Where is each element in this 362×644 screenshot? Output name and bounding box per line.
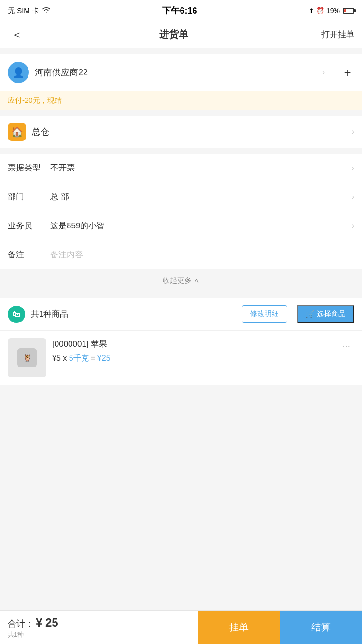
total-amount: ¥ 25	[36, 616, 58, 630]
chevron-right-icon: ›	[352, 164, 354, 172]
warehouse-icon: 🏠	[8, 123, 26, 141]
quantity: 5千克	[69, 354, 89, 362]
status-carrier: 无 SIM 卡	[8, 6, 51, 15]
product-icon: 🛍	[8, 306, 25, 323]
battery-text: 19%	[326, 7, 340, 14]
notice-bar: 应付-20元，现结	[0, 91, 362, 110]
remark-row[interactable]: 备注 备注内容	[0, 240, 362, 269]
warehouse-icon-symbol: 🏠	[11, 126, 23, 138]
notice-text: 应付-20元，现结	[8, 96, 62, 104]
settle-button[interactable]: 结算	[280, 611, 362, 644]
equals: =	[91, 354, 97, 362]
product-code: [0000001] 苹果	[52, 339, 107, 349]
back-button[interactable]: ＜	[8, 24, 26, 46]
back-icon: ＜	[12, 28, 22, 41]
alarm-icon: ⏰	[316, 7, 324, 14]
section-gap-2	[0, 110, 362, 116]
total-area: 合计： ¥ 25 共1种	[0, 611, 198, 644]
product-count: 共1种商品	[31, 308, 236, 320]
select-product-button[interactable]: 🛒 选择商品	[297, 305, 354, 323]
department-label: 部门	[8, 191, 46, 202]
status-time: 下午6:16	[162, 5, 197, 16]
product-thumbnail: 🦉	[8, 338, 46, 377]
page-title: 进货单	[159, 28, 188, 41]
hang-button[interactable]: 挂单	[198, 611, 280, 644]
supplier-name: 河南供应商22	[35, 67, 317, 78]
total-sub: 共1种	[8, 630, 190, 639]
warehouse-section[interactable]: 🏠 总仓 ›	[0, 116, 362, 148]
product-item: 🦉 [0000001] 苹果 ¥5 x 5千克 = ¥25 ···	[0, 331, 362, 385]
product-section: 🛍 共1种商品 修改明细 🛒 选择商品 🦉 [0000001] 苹果 ¥5 x …	[0, 298, 362, 385]
department-row[interactable]: 部门 总 部 ›	[0, 182, 362, 211]
product-info: [0000001] 苹果 ¥5 x 5千克 = ¥25	[52, 338, 333, 364]
total-main: 合计： ¥ 25	[8, 616, 190, 630]
battery-icon	[343, 8, 354, 14]
total-label: 合计：	[8, 618, 34, 630]
bottom-bar: 合计： ¥ 25 共1种 挂单 结算	[0, 610, 362, 644]
collapse-label: 收起更多 ∧	[163, 276, 199, 285]
status-bar: 无 SIM 卡 下午6:16 ⬆ ⏰ 19%	[0, 0, 362, 21]
supplier-selector[interactable]: 👤 河南供应商22 ›	[0, 54, 333, 91]
department-value: 总 部	[46, 191, 352, 202]
product-more-button[interactable]: ···	[338, 338, 354, 353]
supplier-section: 👤 河南供应商22 › +	[0, 54, 362, 91]
chevron-right-icon: ›	[352, 193, 354, 201]
location-icon: ⬆	[309, 7, 314, 14]
invoice-type-row[interactable]: 票据类型 不开票 ›	[0, 154, 362, 182]
avatar: 👤	[8, 62, 29, 83]
shopping-bag-icon: 🛍	[13, 310, 20, 319]
collapse-button[interactable]: 收起更多 ∧	[0, 269, 362, 292]
chevron-right-icon: ›	[352, 127, 354, 136]
warehouse-name: 总仓	[32, 126, 346, 138]
subtotal: ¥25	[97, 354, 111, 362]
form-section: 票据类型 不开票 › 部门 总 部 › 业务员 这是859的小智 › 备注 备注…	[0, 154, 362, 269]
product-name: [0000001] 苹果	[52, 338, 333, 350]
edit-detail-button[interactable]: 修改明细	[242, 305, 287, 323]
unit-price: ¥5 x	[52, 354, 69, 362]
avatar-icon: 👤	[13, 67, 25, 78]
section-gap-1	[0, 48, 362, 54]
salesperson-label: 业务员	[8, 220, 46, 231]
chevron-right-icon: ›	[352, 222, 354, 230]
remark-label: 备注	[8, 249, 46, 260]
bottom-spacer	[0, 385, 362, 423]
status-right: ⬆ ⏰ 19%	[309, 7, 354, 14]
wifi-icon	[42, 7, 51, 15]
cart-icon: 🛒	[306, 310, 315, 319]
nav-bar: ＜ 进货单 打开挂单	[0, 21, 362, 48]
open-hang-button[interactable]: 打开挂单	[321, 29, 354, 40]
section-gap-3	[0, 148, 362, 154]
invoice-type-value: 不开票	[46, 162, 352, 173]
carrier-text: 无 SIM 卡	[8, 6, 39, 15]
product-placeholder-icon: 🦉	[17, 348, 37, 367]
chevron-right-icon: ›	[322, 68, 325, 77]
remark-placeholder: 备注内容	[46, 249, 354, 260]
add-supplier-button[interactable]: +	[333, 54, 362, 91]
invoice-type-label: 票据类型	[8, 162, 46, 173]
select-product-label: 选择商品	[317, 309, 346, 319]
salesperson-value: 这是859的小智	[46, 220, 352, 231]
product-header: 🛍 共1种商品 修改明细 🛒 选择商品	[0, 298, 362, 331]
salesperson-row[interactable]: 业务员 这是859的小智 ›	[0, 211, 362, 240]
product-price: ¥5 x 5千克 = ¥25	[52, 353, 333, 364]
